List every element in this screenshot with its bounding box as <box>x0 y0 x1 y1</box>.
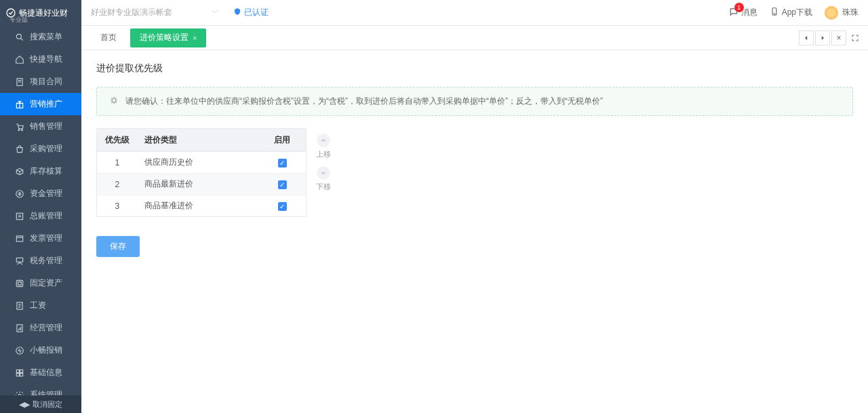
salary-icon <box>15 301 24 311</box>
nav-label: 经营管理 <box>30 322 62 334</box>
sidebar-pin-toggle[interactable]: ◀▶ 取消固定 <box>0 395 81 413</box>
nav-label: 系统管理 <box>30 389 62 395</box>
table-row[interactable]: 3 商品基准进价 ✓ <box>97 195 307 217</box>
nav-contract[interactable]: 项目合同 <box>0 71 81 93</box>
col-priority: 优先级 <box>97 129 138 152</box>
verified-label: 已认证 <box>244 7 269 18</box>
svg-rect-9 <box>16 258 22 262</box>
move-down-label: 下移 <box>316 182 331 192</box>
nav-label: 固定资产 <box>30 277 62 289</box>
chart-icon <box>15 323 24 333</box>
nav-inventory[interactable]: 库存核算 <box>0 160 81 182</box>
header-right: 消息 1 App下载 珠珠 <box>729 6 859 20</box>
table-row[interactable]: 1 供应商历史价 ✓ <box>97 152 307 174</box>
svg-rect-14 <box>16 370 19 372</box>
table-row[interactable]: 2 商品最新进价 ✓ <box>97 174 307 195</box>
chevron-down-icon: ﹀ <box>212 7 220 18</box>
checkbox-checked[interactable]: ✓ <box>278 159 287 168</box>
cell-type: 商品最新进价 <box>138 174 259 195</box>
top-header: 好业财专业版演示帐套 ﹀ 已认证 消息 1 App下载 <box>81 0 868 26</box>
nav-marketing[interactable]: 营销推广 <box>0 93 81 115</box>
svg-point-1 <box>16 34 21 39</box>
brand-logo: 畅捷通好业财 专业版 <box>0 0 81 26</box>
nav-label: 工资 <box>30 300 46 311</box>
nav-label: 营销推广 <box>30 98 62 110</box>
cart-icon <box>15 122 24 132</box>
checkbox-checked[interactable]: ✓ <box>278 202 287 211</box>
account-name: 好业财专业版演示帐套 <box>91 7 172 18</box>
checkbox-checked[interactable]: ✓ <box>278 180 287 189</box>
nav-funds[interactable]: 资金管理 <box>0 182 81 205</box>
app-download-button[interactable]: App下载 <box>770 7 812 18</box>
tab-next-button[interactable] <box>815 31 830 45</box>
priority-table: 优先级 进价类型 启用 1 供应商历史价 ✓ 2 商品最新进价 ✓ <box>96 128 307 217</box>
nav-ledger[interactable]: 总账管理 <box>0 205 81 227</box>
nav-purchase[interactable]: 采购管理 <box>0 138 81 160</box>
nav-label: 总账管理 <box>30 210 62 222</box>
nav-label: 发票管理 <box>30 233 62 244</box>
cell-priority: 1 <box>97 152 138 174</box>
page-title: 进价提取优先级 <box>96 62 853 75</box>
move-up-wrap: 上移 <box>316 134 331 159</box>
notice-box: 请您确认：往来单位中的供应商“采购报价含税”设置，为“含税”，取到进价后将自动带… <box>96 87 853 116</box>
nav-invoice[interactable]: 发票管理 <box>0 227 81 250</box>
tab-home[interactable]: 首页 <box>91 28 126 47</box>
svg-rect-16 <box>16 373 19 376</box>
pin-label: 取消固定 <box>33 399 62 410</box>
fullscreen-button[interactable] <box>848 31 863 45</box>
svg-point-4 <box>18 129 20 130</box>
tab-label: 进价策略设置 <box>140 32 189 43</box>
invoice-icon <box>15 234 24 243</box>
verified-badge[interactable]: 已认证 <box>233 7 269 18</box>
close-icon[interactable]: × <box>193 34 197 42</box>
nav-business[interactable]: 经营管理 <box>0 317 81 339</box>
move-controls: 上移 下移 <box>316 128 331 192</box>
tab-close-all-button[interactable]: × <box>831 31 846 45</box>
nav-menu: 搜索菜单 快捷导航 项目合同 营销推广 销售管理 采购管理 库存核算 资金管理 … <box>0 26 81 395</box>
move-down-wrap: 下移 <box>316 166 331 192</box>
save-button[interactable]: 保存 <box>96 236 140 257</box>
messages-button[interactable]: 消息 1 <box>729 7 757 18</box>
cell-enabled: ✓ <box>259 195 307 217</box>
app-download-label: App下载 <box>782 7 812 18</box>
tab-price-strategy[interactable]: 进价策略设置 × <box>130 28 206 47</box>
svg-rect-8 <box>16 235 22 241</box>
nav-system[interactable]: 系统管理 <box>0 384 81 395</box>
move-up-button[interactable] <box>317 134 330 147</box>
move-down-button[interactable] <box>317 166 330 180</box>
pin-icon: ◀▶ <box>19 400 30 409</box>
tax-icon <box>15 256 24 266</box>
nav-tax[interactable]: 税务管理 <box>0 250 81 272</box>
nav-quicknav[interactable]: 快捷导航 <box>0 48 81 71</box>
sidebar: 畅捷通好业财 专业版 搜索菜单 快捷导航 项目合同 营销推广 销售管理 采购管理… <box>0 0 81 413</box>
asset-icon <box>15 279 24 288</box>
box-icon <box>15 167 24 176</box>
ledger-icon <box>15 212 24 221</box>
notice-text: 请您确认：往来单位中的供应商“采购报价含税”设置，为“含税”，取到进价后将自动带… <box>125 96 603 107</box>
nav-label: 基础信息 <box>30 367 62 378</box>
account-selector[interactable]: 好业财专业版演示帐套 ﹀ <box>91 7 220 18</box>
cell-priority: 2 <box>97 174 138 195</box>
user-menu[interactable]: 珠珠 <box>825 6 859 20</box>
nav-label: 快捷导航 <box>30 54 62 65</box>
grid-icon <box>15 368 24 378</box>
nav-label: 小畅报销 <box>30 345 62 356</box>
nav-label: 项目合同 <box>30 76 62 87</box>
nav-search[interactable]: 搜索菜单 <box>0 26 81 48</box>
content-area: 进价提取优先级 请您确认：往来单位中的供应商“采购报价含税”设置，为“含税”，取… <box>81 50 868 413</box>
nav-label: 采购管理 <box>30 143 62 155</box>
tab-prev-button[interactable] <box>799 31 814 45</box>
nav-label: 库存核算 <box>30 165 62 177</box>
messages-badge: 1 <box>734 3 744 12</box>
nav-expense[interactable]: 小畅报销 <box>0 339 81 361</box>
nav-sales[interactable]: 销售管理 <box>0 115 81 138</box>
nav-salary[interactable]: 工资 <box>0 294 81 317</box>
nav-basic[interactable]: 基础信息 <box>0 361 81 384</box>
svg-rect-17 <box>20 373 23 376</box>
user-name: 珠珠 <box>842 7 859 18</box>
table-header-row: 优先级 进价类型 启用 <box>97 129 307 152</box>
svg-point-5 <box>22 129 23 130</box>
nav-assets[interactable]: 固定资产 <box>0 272 81 294</box>
brand-edition: 专业版 <box>9 16 28 24</box>
avatar <box>825 6 838 20</box>
